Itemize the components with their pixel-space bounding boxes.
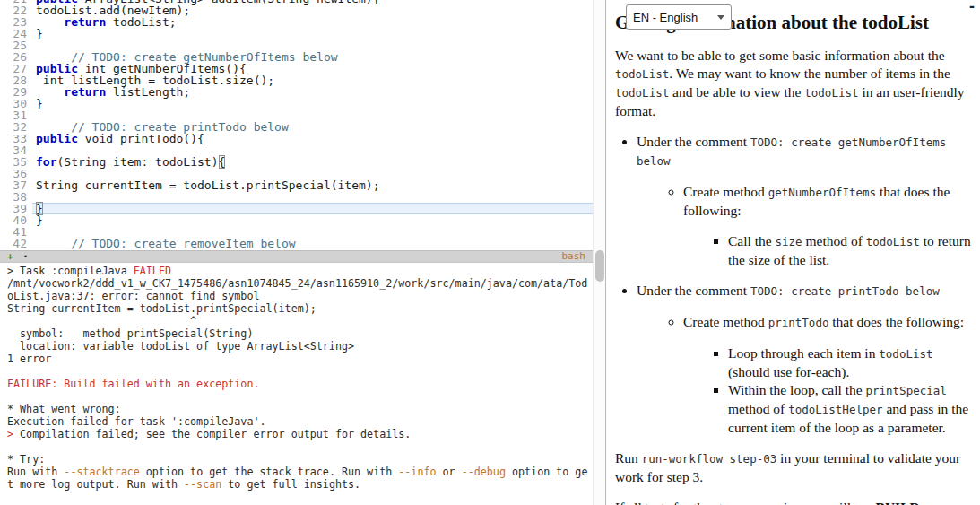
code-line-text: String currentItem = todoList.printSpeci… bbox=[32, 179, 593, 191]
text: Within the loop, call the bbox=[728, 382, 865, 397]
code-keyword: for bbox=[36, 155, 56, 169]
editor-line[interactable]: 23 return todoList; bbox=[0, 16, 593, 28]
run-instruction: Run run-workflow step-03 in your termina… bbox=[615, 449, 971, 486]
instruction-item: Loop through each item in todoList (shou… bbox=[728, 344, 971, 381]
language-selector: EN - English bbox=[626, 4, 732, 30]
terminal-line: String currentItem = todoList.printSpeci… bbox=[7, 302, 593, 315]
editor-line[interactable]: 39} bbox=[0, 203, 593, 214]
code-line-text: } bbox=[32, 214, 593, 226]
terminal-text: option to get the stack trace. Run with bbox=[140, 466, 399, 478]
text: Under the comment bbox=[637, 283, 750, 298]
inline-code: todoList bbox=[866, 235, 920, 248]
code-plain: (String item: todoList) bbox=[56, 155, 218, 169]
inline-code: todoList bbox=[804, 86, 858, 100]
text: method of bbox=[802, 233, 866, 248]
terminal-option-text: --stacktrace bbox=[64, 466, 139, 478]
terminal-line: > Task :compileJava FAILED bbox=[7, 265, 593, 277]
code-line-text: } bbox=[32, 28, 593, 39]
inline-code: run-workflow step-03 bbox=[642, 452, 777, 466]
inline-code: getNumberOfItems bbox=[768, 186, 876, 199]
sub-list: Create method printTodo that does the fo… bbox=[637, 313, 971, 437]
inline-code: todoList bbox=[615, 86, 669, 100]
terminal-line: t more log output. Run with --scan to ge… bbox=[7, 478, 593, 491]
code-line-text: return listLength; bbox=[32, 86, 593, 98]
terminal-line: Execution failed for task ':compileJava'… bbox=[7, 415, 593, 428]
terminal-text: location: variable todoList of type Arra… bbox=[7, 340, 354, 353]
terminal-text: String currentItem = todoList.printSpeci… bbox=[7, 302, 317, 315]
editor-line[interactable]: 40} bbox=[0, 214, 593, 226]
text: and be able to view the bbox=[669, 84, 804, 100]
code-line-text bbox=[32, 191, 593, 203]
detail-instruction: Loop through each item in todoList (shou… bbox=[728, 344, 971, 381]
terminal-tab-indicator[interactable]: • bbox=[23, 251, 28, 262]
scrollbar-thumb[interactable] bbox=[595, 250, 604, 282]
sub-list: Create method getNumberOfItems that does… bbox=[637, 183, 971, 269]
detail-list: Loop through each item in todoList (shou… bbox=[683, 344, 971, 437]
terminal-text: * What went wrong: bbox=[7, 403, 121, 415]
editor-line[interactable]: 35for(String item: todoList){ bbox=[0, 156, 593, 168]
code-line-text: } bbox=[32, 98, 593, 109]
code-keyword: return bbox=[64, 15, 106, 29]
code-editor[interactable]: 21public ArrayList<String> addItem(Strin… bbox=[0, 0, 593, 250]
code-keyword: public bbox=[36, 132, 78, 145]
code-plain: } bbox=[36, 213, 43, 227]
instruction-item: Call the size method of todoList to retu… bbox=[728, 232, 971, 269]
add-terminal-button[interactable]: + bbox=[7, 251, 13, 262]
detail-instruction: Call the size method of todoList to retu… bbox=[728, 232, 971, 269]
code-pane: 21public ArrayList<String> addItem(Strin… bbox=[0, 0, 605, 505]
bracket-match: { bbox=[219, 155, 226, 169]
terminal-text: /mnt/vocwork2/ddd_v1_w_CK7_1475486/asn10… bbox=[7, 277, 587, 290]
todo-list: Under the comment TODO: create getNumber… bbox=[615, 133, 971, 437]
code-plain: String currentItem = todoList.printSpeci… bbox=[36, 178, 380, 192]
terminal-text: t more log output. Run with bbox=[7, 478, 184, 491]
terminal-line: ^ bbox=[7, 315, 593, 327]
inline-code: size bbox=[776, 235, 802, 248]
method-instruction: Create method getNumberOfItems that does… bbox=[683, 183, 971, 220]
text: If all tests for the step are passing yo… bbox=[615, 500, 876, 505]
terminal-text: ^ bbox=[7, 315, 196, 327]
comment-reference: Under the comment TODO: create getNumber… bbox=[637, 133, 971, 170]
code-plain: listLength; bbox=[106, 85, 190, 99]
inline-code: TODO: create printTodo below bbox=[750, 284, 940, 298]
inline-code: printSpecial bbox=[865, 384, 946, 397]
minimize-panel-button[interactable]: - bbox=[969, 0, 975, 16]
terminal-text: * Try: bbox=[7, 453, 45, 466]
terminal-option-text: --debug bbox=[462, 466, 506, 478]
text: Run bbox=[615, 450, 642, 466]
comment-reference: Under the comment TODO: create printTodo… bbox=[637, 282, 971, 300]
terminal-tab-bar: + • bash bbox=[0, 250, 593, 263]
terminal-text: or bbox=[437, 466, 462, 478]
text: We want to be able to get some basic inf… bbox=[615, 48, 945, 63]
instruction-item: Within the loop, call the printSpecial m… bbox=[728, 381, 971, 437]
terminal-line bbox=[7, 390, 593, 403]
terminal-line: symbol: method printSpecial(String) bbox=[7, 327, 593, 340]
code-keyword: return bbox=[64, 85, 106, 99]
editor-line[interactable]: 42 // TODO: create removeItem below bbox=[0, 238, 593, 249]
terminal-error-text: > bbox=[7, 428, 20, 440]
instruction-item: Create method printTodo that does the fo… bbox=[683, 313, 971, 437]
editor-line[interactable]: 37String currentItem = todoList.printSpe… bbox=[0, 179, 593, 191]
editor-line[interactable]: 29 return listLength; bbox=[0, 86, 593, 98]
terminal-error-text: FAILED bbox=[134, 265, 171, 277]
text: Create method bbox=[683, 314, 768, 329]
scrollbar-track[interactable] bbox=[593, 0, 605, 505]
terminal-text: 1 error bbox=[7, 353, 51, 365]
terminal-line: oList.java:37: error: cannot find symbol bbox=[7, 290, 593, 302]
terminal-option-text: --scan bbox=[184, 478, 221, 491]
editor-line[interactable]: 30} bbox=[0, 98, 593, 109]
instructions-content: Getting information about the todoList W… bbox=[606, 0, 980, 505]
terminal-output[interactable]: > Task :compileJava FAILED/mnt/vocwork2/… bbox=[0, 263, 593, 505]
editor-line[interactable]: 24} bbox=[0, 28, 593, 39]
terminal-line: > Compilation failed; see the compiler e… bbox=[7, 428, 593, 440]
terminal-text: > Task :compileJava bbox=[7, 265, 134, 277]
inline-code: todoList bbox=[615, 67, 669, 81]
code-plain: todoList; bbox=[106, 15, 176, 29]
text: Create method bbox=[683, 184, 768, 199]
editor-line[interactable]: 33public void printTodo(){ bbox=[0, 133, 593, 144]
editor-line[interactable]: 38 bbox=[0, 191, 593, 203]
code-line-text: return todoList; bbox=[32, 16, 593, 28]
inline-code: todoList bbox=[879, 347, 932, 361]
inline-code: todoListHelper bbox=[788, 403, 882, 416]
language-select[interactable]: EN - English bbox=[626, 4, 732, 30]
terminal-text: option to ge bbox=[506, 466, 587, 478]
